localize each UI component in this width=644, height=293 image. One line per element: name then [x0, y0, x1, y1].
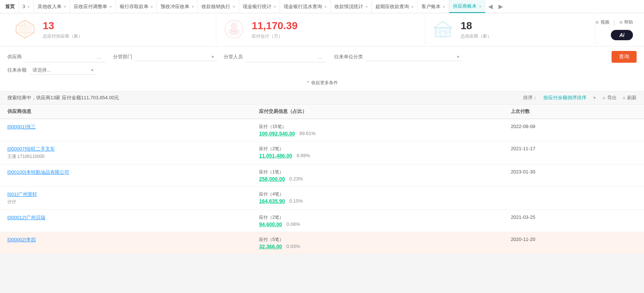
search-button[interactable]: 查询: [612, 51, 637, 63]
trans-row-3: 258,000.00 0.23%: [259, 175, 511, 182]
nav-tab-overdue-collect[interactable]: 超期应收款查询 ×: [372, 0, 417, 13]
refresh-button[interactable]: ○ 刷新: [623, 94, 637, 101]
supplier-link-1[interactable]: [000001]张三: [7, 124, 36, 130]
trans-amount-1[interactable]: 100,092,540.00: [259, 131, 295, 137]
help-link[interactable]: ⊙ 帮助: [619, 19, 633, 25]
export-label: 导出: [607, 94, 617, 101]
ai-button[interactable]: Ai: [619, 32, 624, 38]
trans-info-2: 应付（2笔） 11,051,486.00 9.89%: [259, 146, 511, 159]
nav-tab-cash-bank-stat[interactable]: 现金银行统计 ×: [239, 0, 280, 13]
filter-row-1: 供应商 ... 分管部门 ▼ 分管人员 ... 往来单位分类: [7, 51, 637, 63]
nav-next-arrow[interactable]: ▶: [496, 0, 506, 13]
total-suppliers-num: 18: [461, 20, 491, 32]
nav-tab-home[interactable]: 首页: [1, 0, 19, 13]
grain-icon: [224, 19, 246, 41]
supplier-info-5: [000012]广州贝瑞: [7, 214, 259, 221]
nav-tab-other-income[interactable]: 其他收入单 ×: [34, 0, 70, 13]
balance-select-wrap[interactable]: ▼: [29, 66, 96, 75]
supplier-name-1: 张三: [26, 124, 36, 130]
person-ellipsis[interactable]: ...: [318, 54, 322, 60]
nav-tab-3-label: 3: [22, 4, 25, 9]
trans-amount-5[interactable]: 94,600.00: [259, 221, 282, 227]
last-pay-6: 2020-11-20: [511, 237, 637, 242]
trans-amount-4[interactable]: 164,635.90: [259, 198, 285, 204]
trans-label-4: 应付（4笔）: [259, 191, 511, 197]
trans-amount-3[interactable]: 258,000.00: [259, 176, 285, 182]
trans-row-1: 100,092,540.00 89.61%: [259, 130, 511, 137]
close-icon[interactable]: ×: [27, 4, 29, 9]
dept-input[interactable]: [138, 54, 211, 59]
last-pay-2: 2021-11-17: [511, 146, 637, 151]
close-icon[interactable]: ×: [324, 4, 326, 9]
supplier-info-4: [001]广州荣轩 仔仔: [7, 191, 259, 205]
export-button[interactable]: ○ 导出: [602, 94, 616, 101]
nav-tab-collection-stat-label: 收款情况统计: [335, 3, 363, 10]
result-actions: 排序： 按应付余额倒序排序 ▼ ○ 导出 ○ 刷新: [523, 94, 637, 101]
table-header: 供应商信息 应付交易信息（占比） 上次付数: [0, 104, 644, 119]
nav-tab-cash-bank-stat-label: 现金银行统计: [243, 3, 272, 10]
close-icon[interactable]: ×: [64, 4, 66, 9]
trans-pct-2: 9.89%: [297, 153, 310, 158]
close-icon[interactable]: ×: [192, 4, 194, 9]
nav-tab-collection-stat[interactable]: 收款情况统计 ×: [331, 0, 372, 13]
ap-total-text: 11,170.39 应付合计（万）: [252, 20, 298, 39]
close-icon[interactable]: ×: [411, 4, 413, 9]
nav-tab-collection-exec[interactable]: 收款核销执行 ×: [198, 0, 239, 13]
nav-tab-cash-bank-flow[interactable]: 现金银行流水查询 ×: [280, 0, 330, 13]
supplier-ellipsis[interactable]: ...: [97, 54, 101, 60]
close-icon[interactable]: ×: [479, 4, 481, 8]
nav-tab-bank-deposit[interactable]: 银行存取款单 ×: [116, 0, 157, 13]
video-link[interactable]: ⊙ 视频: [595, 19, 609, 25]
result-summary-text: 搜索结果中，供应商13家 应付金额111,703,854.00元: [7, 94, 119, 101]
supplier-link-2[interactable]: [000007]恒旺二手叉车: [7, 146, 55, 152]
supplier-code-1: [000001]: [7, 124, 26, 130]
supplier-sub-2: 王通 17106110000: [7, 154, 259, 160]
category-input[interactable]: [369, 54, 456, 59]
close-icon[interactable]: ×: [365, 4, 368, 9]
close-icon[interactable]: ×: [232, 4, 235, 9]
supplier-link-6[interactable]: [000002]李四: [7, 237, 36, 242]
table-row: [000001]张三 应付（15笔） 100,092,540.00 89.61%…: [0, 119, 644, 141]
supplier-link-5[interactable]: [000012]广州贝瑞: [7, 215, 45, 220]
balance-dropdown-arrow[interactable]: ▼: [90, 68, 94, 72]
trans-label-1: 应付（15笔）: [259, 124, 511, 130]
trans-label-5: 应付（2笔）: [259, 214, 511, 221]
supplier-info-1: [000001]张三: [7, 124, 259, 130]
summary-right: ⊙ 视频 | ⊙ 帮助 Ai: [595, 19, 637, 40]
nav-tab-collection-exec-label: 收款核销执行: [202, 3, 230, 10]
help-links: ⊙ 视频 | ⊙ 帮助: [595, 19, 633, 25]
sort-label: 排序：: [523, 94, 538, 101]
last-pay-1: 2022-08-08: [511, 124, 637, 129]
supplier-link-4[interactable]: [001]广州荣轩: [7, 192, 37, 197]
category-dropdown-arrow[interactable]: ▼: [456, 55, 460, 59]
balance-input[interactable]: [32, 67, 90, 73]
dept-select-wrap[interactable]: ▼: [135, 52, 216, 61]
sort-dropdown-icon[interactable]: ▼: [592, 96, 596, 100]
trans-amount-6[interactable]: 32,366.00: [259, 244, 282, 249]
nav-prev-arrow[interactable]: ◀: [485, 0, 496, 13]
nav-tab-supplier-account[interactable]: 供应商账本 ×: [449, 0, 485, 13]
close-icon[interactable]: ×: [274, 4, 276, 9]
col-header-lastpay: 上次付数: [511, 108, 637, 115]
summary-ap-total: 11,170.39 应付合计（万）: [216, 15, 425, 45]
person-input[interactable]: [247, 52, 317, 61]
nav-tab-advance-collect[interactable]: 预收冲应收单 ×: [157, 0, 198, 13]
nav-tab-advance-collect-label: 预收冲应收单: [161, 3, 189, 10]
dept-dropdown-arrow[interactable]: ▼: [211, 55, 215, 59]
filter-person: 分管人员 ...: [224, 51, 327, 62]
nav-tab-3[interactable]: 3 ×: [19, 0, 34, 13]
close-icon[interactable]: ×: [443, 4, 445, 9]
ap-total-label: 应付合计（万）: [252, 33, 298, 39]
sort-select[interactable]: 按应付余额倒序排序: [543, 94, 587, 101]
col-header-trans: 应付交易信息（占比）: [259, 108, 511, 115]
supplier-input[interactable]: [26, 52, 96, 61]
trans-amount-2[interactable]: 11,051,486.00: [259, 153, 292, 159]
supplier-link-3[interactable]: [000100]本特勤油品有限公司: [7, 169, 69, 175]
close-icon[interactable]: ×: [151, 4, 153, 9]
summary-total-suppliers: 18 总供应商（家）: [425, 15, 595, 45]
category-select-wrap[interactable]: ▼: [366, 52, 462, 61]
nav-tab-ap-adjust[interactable]: 应收应付调整单 ×: [70, 0, 116, 13]
collapse-bar[interactable]: ⌃ 收起更多条件: [7, 77, 637, 88]
close-icon[interactable]: ×: [109, 4, 112, 9]
nav-tab-customer-account[interactable]: 客户账本 ×: [418, 0, 449, 13]
